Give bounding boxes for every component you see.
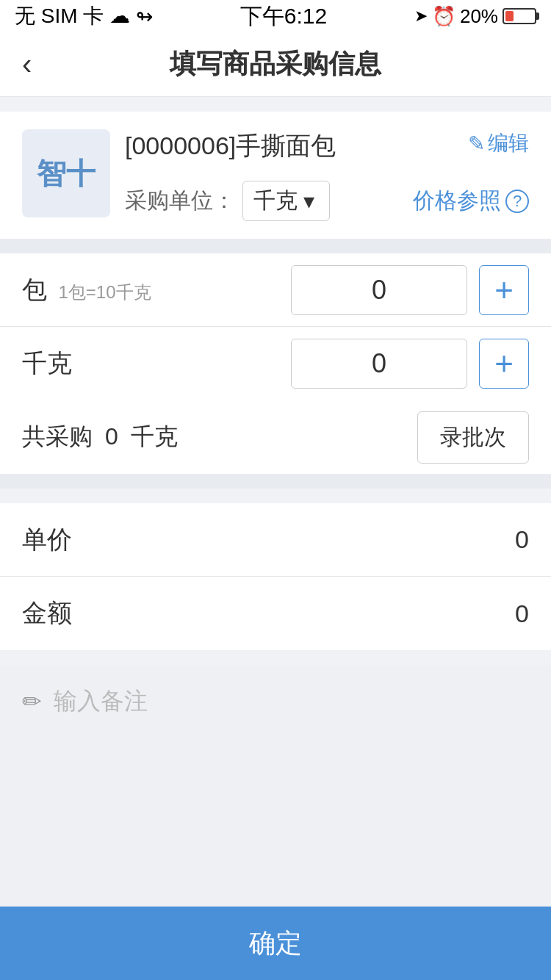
section-divider-1: [0, 239, 551, 253]
status-time: 下午6:12: [240, 1, 327, 32]
total-row: 共采购 0 千克 录批次: [0, 400, 551, 474]
total-label: 共采购: [22, 423, 93, 450]
nav-bar: ‹ 填写商品采购信息: [0, 32, 551, 97]
unit-price-value: 0: [515, 525, 529, 554]
total-unit: 千克: [131, 423, 178, 450]
product-info: [0000006]手撕面包 ✎ 编辑 采购单位： 千克 ▾ 价格参照 ?: [125, 129, 529, 221]
unit-value: 千克: [253, 186, 298, 216]
kg-label: 千克: [22, 347, 154, 381]
wifi-icon: ↬: [136, 4, 153, 29]
arrow-icon: ➤: [414, 7, 428, 26]
bag-plus-button[interactable]: +: [479, 265, 529, 315]
price-ref-label: 价格参照: [413, 186, 501, 216]
edit-button[interactable]: ✎ 编辑: [468, 129, 529, 157]
bag-label: 包 1包=10千克: [22, 273, 154, 307]
sim-label: 无 SIM 卡 ☁: [15, 2, 130, 30]
notes-section[interactable]: ✏ 输入备注: [0, 665, 551, 738]
price-ref-button[interactable]: 价格参照 ?: [413, 186, 529, 216]
section-divider-2: [0, 474, 551, 489]
unit-price-row: 单价 0: [0, 503, 551, 577]
status-left: 无 SIM 卡 ☁ ↬: [15, 2, 153, 30]
status-right: ➤ ⏰ 20%: [414, 5, 536, 28]
battery-icon: [503, 8, 536, 24]
confirm-button[interactable]: 确定: [0, 907, 551, 980]
total-text: 共采购 0 千克: [22, 421, 178, 453]
edit-icon: ✎: [468, 131, 485, 156]
batch-button[interactable]: 录批次: [417, 411, 529, 464]
edit-label: 编辑: [488, 129, 529, 157]
amount-label: 金额: [22, 597, 72, 630]
dropdown-arrow-icon: ▾: [303, 188, 314, 214]
amount-row: 金额 0: [0, 577, 551, 650]
product-name: [0000006]手撕面包: [125, 129, 336, 163]
kg-input-row: 千克 0 +: [0, 327, 551, 400]
amount-value: 0: [515, 599, 529, 628]
kg-plus-button[interactable]: +: [479, 339, 529, 389]
unit-price-label: 单价: [22, 523, 72, 557]
total-amount: 0: [105, 423, 118, 450]
confirm-label: 确定: [249, 926, 302, 962]
pencil-icon: ✏: [22, 688, 42, 716]
unit-label: 采购单位：: [125, 186, 235, 216]
unit-select[interactable]: 千克 ▾: [242, 181, 330, 221]
bag-input[interactable]: 0: [291, 265, 467, 315]
status-bar: 无 SIM 卡 ☁ ↬ 下午6:12 ➤ ⏰ 20%: [0, 0, 551, 32]
product-card: 智十 [0000006]手撕面包 ✎ 编辑 采购单位： 千克 ▾ 价格参照 ?: [0, 112, 551, 239]
product-image: 智十: [22, 129, 110, 217]
bag-input-row: 包 1包=10千克 0 +: [0, 253, 551, 327]
alarm-icon: ⏰: [432, 5, 455, 28]
bag-sub-label: 1包=10千克: [58, 282, 151, 302]
kg-input[interactable]: 0: [291, 339, 467, 389]
price-section: 单价 0 金额 0: [0, 503, 551, 650]
battery-percent: 20%: [460, 5, 498, 28]
page-title: 填写商品采购信息: [170, 46, 381, 82]
back-button[interactable]: ‹: [22, 48, 32, 81]
help-icon: ?: [505, 190, 529, 213]
input-section: 包 1包=10千克 0 + 千克 0 +: [0, 253, 551, 400]
notes-placeholder: 输入备注: [54, 685, 148, 718]
